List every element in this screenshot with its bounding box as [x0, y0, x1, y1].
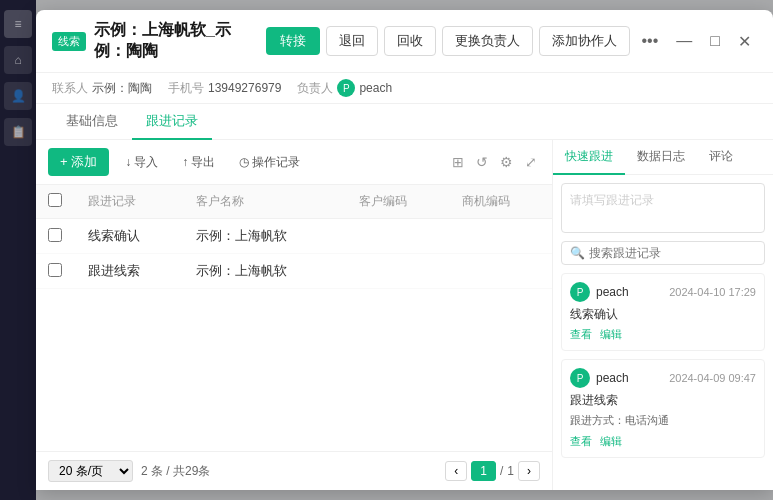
follow-card-user: peach	[596, 371, 629, 385]
cell-follow-record: 线索确认	[76, 219, 184, 254]
row-checkbox	[36, 219, 76, 254]
tab-follow-records[interactable]: 跟进记录	[132, 104, 212, 140]
follow-card-title: 线索确认	[570, 306, 756, 323]
sidebar-icon-leads[interactable]: 📋	[4, 118, 32, 146]
header-actions: 转接 退回 回收 更换负责人 添加协作人 ••• — □ ✕	[266, 26, 757, 56]
modal-title: 示例：上海帆软_示例：陶陶	[94, 20, 258, 62]
cell-follow-record: 跟进线索	[76, 254, 184, 289]
search-input[interactable]	[589, 246, 756, 260]
import-button[interactable]: ↓ 导入	[117, 150, 166, 175]
total-records: 2 条 / 共29条	[141, 463, 210, 480]
right-tabs: 快速跟进 数据日志 评论	[553, 140, 773, 175]
cell-customer-code	[347, 219, 449, 254]
next-page-button[interactable]: ›	[518, 461, 540, 481]
import-icon: ↓	[125, 155, 131, 169]
table-row[interactable]: 线索确认 示例：上海帆软	[36, 219, 552, 254]
follow-card-header: P peach 2024-04-10 17:29	[570, 282, 756, 302]
contact-label: 联系人	[52, 80, 88, 97]
transfer-button[interactable]: 转接	[266, 27, 320, 55]
toolbar: + 添加 ↓ 导入 ↑ 导出 ◷ 操作记录 ⊞ ↺ ⚙ ⤢	[36, 140, 552, 185]
follow-input[interactable]: 请填写跟进记录	[561, 183, 765, 233]
phone-value: 13949276979	[208, 81, 281, 95]
page-size-dropdown[interactable]: 20 条/页 50 条/页 100 条/页	[48, 460, 133, 482]
main-content: + 添加 ↓ 导入 ↑ 导出 ◷ 操作记录 ⊞ ↺ ⚙ ⤢	[36, 140, 773, 490]
left-panel: + 添加 ↓ 导入 ↑ 导出 ◷ 操作记录 ⊞ ↺ ⚙ ⤢	[36, 140, 553, 490]
row-select-checkbox[interactable]	[48, 228, 62, 242]
phone-label: 手机号	[168, 80, 204, 97]
row-select-checkbox[interactable]	[48, 263, 62, 277]
sidebar-icon-menu[interactable]: ≡	[4, 10, 32, 38]
edit-link[interactable]: 编辑	[600, 434, 622, 449]
import-label: 导入	[134, 154, 158, 171]
edit-link[interactable]: 编辑	[600, 327, 622, 342]
cell-customer-name: 示例：上海帆软	[184, 254, 347, 289]
prev-page-button[interactable]: ‹	[445, 461, 467, 481]
column-customer-code: 客户编码	[347, 185, 449, 219]
sidebar: ≡ ⌂ 👤 📋	[0, 0, 36, 500]
tab-quick-follow[interactable]: 快速跟进	[553, 140, 625, 175]
export-icon: ↑	[182, 155, 188, 169]
lead-badge: 线索	[52, 32, 86, 51]
cell-customer-code	[347, 254, 449, 289]
tab-basic-info[interactable]: 基础信息	[52, 104, 132, 140]
contact-item-person: 联系人 示例：陶陶	[52, 80, 152, 97]
tab-data-log[interactable]: 数据日志	[625, 140, 697, 175]
recover-button[interactable]: 回收	[384, 26, 436, 56]
follow-card-date: 2024-04-10 17:29	[669, 286, 756, 298]
filter-icon[interactable]: ⊞	[449, 151, 467, 173]
export-button[interactable]: ↑ 导出	[174, 150, 223, 175]
search-bar: 🔍	[561, 241, 765, 265]
sidebar-icon-contacts[interactable]: 👤	[4, 82, 32, 110]
follow-cards-container: P peach 2024-04-10 17:29 线索确认 查看 编辑 P pe…	[561, 273, 765, 458]
change-owner-button[interactable]: 更换负责人	[442, 26, 533, 56]
cell-customer-name: 示例：上海帆软	[184, 219, 347, 254]
table-body: 线索确认 示例：上海帆软 跟进线索 示例：上海帆软	[36, 219, 552, 289]
follow-card: P peach 2024-04-09 09:47 跟进线索 跟进方式：电话沟通 …	[561, 359, 765, 458]
right-panel: 快速跟进 数据日志 评论 请填写跟进记录 🔍 P peach 2024-04-1…	[553, 140, 773, 490]
follow-card-desc: 跟进方式：电话沟通	[570, 413, 756, 428]
table-row[interactable]: 跟进线索 示例：上海帆软	[36, 254, 552, 289]
minimize-button[interactable]: —	[670, 30, 698, 52]
select-all-checkbox[interactable]	[48, 193, 62, 207]
sidebar-icon-home[interactable]: ⌂	[4, 46, 32, 74]
owner-value: peach	[359, 81, 392, 95]
follow-card-actions: 查看 编辑	[570, 434, 756, 449]
owner-avatar: P	[337, 79, 355, 97]
maximize-button[interactable]: □	[704, 30, 726, 52]
add-collaborator-button[interactable]: 添加协作人	[539, 26, 630, 56]
operation-log-button[interactable]: ◷ 操作记录	[231, 150, 308, 175]
page-info: ‹ 1 / 1 ›	[445, 461, 540, 481]
row-checkbox	[36, 254, 76, 289]
expand-icon[interactable]: ⤢	[522, 151, 540, 173]
follow-table: 跟进记录 客户名称 客户编码 商机编码 线索确认 示例：上海帆软 跟进线索 示例…	[36, 185, 552, 451]
contact-value: 示例：陶陶	[92, 80, 152, 97]
close-icon: ✕	[738, 33, 751, 50]
export-label: 导出	[191, 154, 215, 171]
settings-icon[interactable]: ⚙	[497, 151, 516, 173]
more-button[interactable]: •••	[636, 30, 665, 52]
column-checkbox	[36, 185, 76, 219]
follow-card-user: peach	[596, 285, 629, 299]
minimize-icon: —	[676, 32, 692, 49]
pagination: 20 条/页 50 条/页 100 条/页 2 条 / 共29条 ‹ 1 / 1…	[36, 451, 552, 490]
column-customer-name: 客户名称	[184, 185, 347, 219]
close-button[interactable]: ✕	[732, 30, 757, 53]
follow-card-header: P peach 2024-04-09 09:47	[570, 368, 756, 388]
current-page: 1	[471, 461, 496, 481]
column-opportunity-code: 商机编码	[450, 185, 552, 219]
follow-card-date: 2024-04-09 09:47	[669, 372, 756, 384]
tab-comments[interactable]: 评论	[697, 140, 745, 175]
return-button[interactable]: 退回	[326, 26, 378, 56]
main-tabs: 基础信息 跟进记录	[36, 104, 773, 140]
add-button[interactable]: + 添加	[48, 148, 109, 176]
modal-header: 线索 示例：上海帆软_示例：陶陶 转接 退回 回收 更换负责人 添加协作人 ••…	[36, 10, 773, 73]
refresh-icon[interactable]: ↺	[473, 151, 491, 173]
follow-card: P peach 2024-04-10 17:29 线索确认 查看 编辑	[561, 273, 765, 351]
follow-card-avatar: P	[570, 368, 590, 388]
follow-card-avatar: P	[570, 282, 590, 302]
modal-container: 线索 示例：上海帆软_示例：陶陶 转接 退回 回收 更换负责人 添加协作人 ••…	[36, 10, 773, 490]
follow-card-title: 跟进线索	[570, 392, 756, 409]
cell-opportunity-code	[450, 219, 552, 254]
view-link[interactable]: 查看	[570, 327, 592, 342]
view-link[interactable]: 查看	[570, 434, 592, 449]
